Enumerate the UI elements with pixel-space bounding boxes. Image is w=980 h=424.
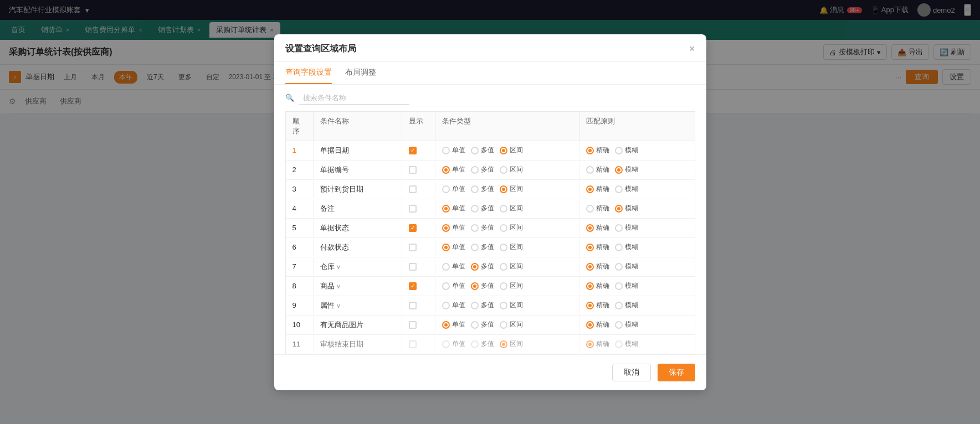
search-input[interactable] xyxy=(299,91,409,105)
modal-header: 设置查询区域布局 × xyxy=(274,34,706,62)
th-type: 条件类型 xyxy=(435,112,579,114)
modal-search-area: 🔍 xyxy=(274,85,706,111)
modal-table-header: 顺序 条件名称 显示 条件类型 匹配原则 xyxy=(285,111,695,114)
modal-title: 设置查询区域布局 xyxy=(285,43,356,55)
modal-tabs: 查询字段设置 布局调整 xyxy=(274,62,706,85)
tab-query-fields[interactable]: 查询字段设置 xyxy=(285,62,332,84)
search-icon: 🔍 xyxy=(285,94,294,102)
tab-layout[interactable]: 布局调整 xyxy=(345,62,376,84)
th-display: 显示 xyxy=(402,112,435,114)
modal-table: 顺序 条件名称 显示 条件类型 匹配原则 1 单据日期 单值 xyxy=(274,111,706,114)
th-order: 顺序 xyxy=(286,112,314,114)
modal-close-button[interactable]: × xyxy=(689,43,695,55)
th-name: 条件名称 xyxy=(314,112,402,114)
th-match: 匹配原则 xyxy=(579,112,690,114)
settings-modal: 设置查询区域布局 × 查询字段设置 布局调整 🔍 顺序 条件名称 显示 条件类型 xyxy=(274,34,706,114)
modal-overlay: 设置查询区域布局 × 查询字段设置 布局调整 🔍 顺序 条件名称 显示 条件类型 xyxy=(0,0,980,113)
